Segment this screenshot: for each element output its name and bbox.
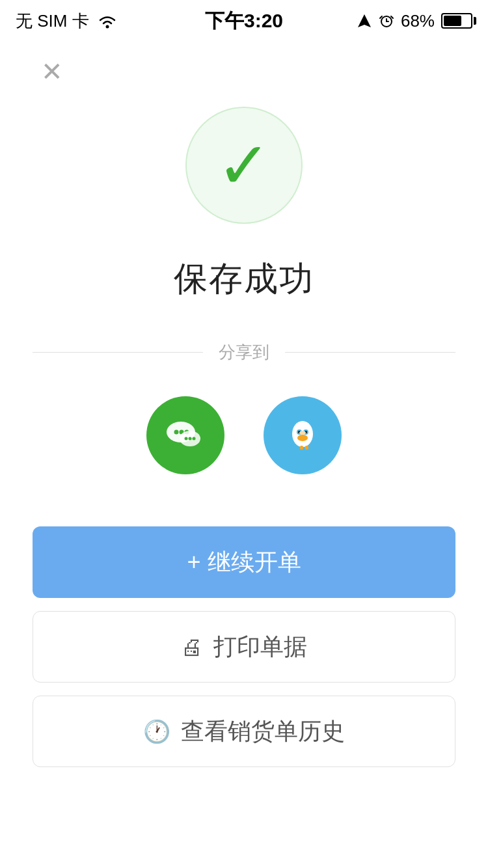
- no-sim-text: 无 SIM 卡: [16, 10, 89, 33]
- svg-point-5: [174, 430, 179, 435]
- print-label: 打印单据: [213, 631, 307, 663]
- status-time: 下午3:20: [205, 8, 283, 34]
- svg-point-11: [193, 437, 196, 441]
- qq-share-button[interactable]: [264, 396, 342, 474]
- checkmark-icon: ✓: [217, 133, 271, 198]
- share-icons: [146, 396, 342, 474]
- wechat-icon: [163, 413, 208, 458]
- history-button[interactable]: 🕐 查看销货单历史: [33, 696, 455, 767]
- svg-point-22: [299, 431, 306, 435]
- svg-point-10: [189, 437, 192, 441]
- qq-icon: [282, 414, 324, 457]
- alarm-icon: [379, 13, 394, 29]
- close-button[interactable]: ✕: [33, 52, 72, 91]
- wechat-share-button[interactable]: [146, 396, 224, 474]
- share-divider: 分享到: [0, 341, 488, 364]
- battery-fill: [444, 16, 461, 26]
- continue-button[interactable]: + 继续开单: [33, 526, 455, 598]
- print-icon: 🖨: [181, 634, 203, 660]
- success-title: 保存成功: [174, 256, 314, 302]
- print-button[interactable]: 🖨 打印单据: [33, 611, 455, 683]
- svg-point-19: [297, 435, 308, 441]
- status-left: 无 SIM 卡: [16, 10, 118, 33]
- battery-percent: 68%: [401, 11, 435, 31]
- svg-point-9: [185, 437, 188, 441]
- divider-right: [285, 352, 455, 353]
- success-circle: ✓: [185, 107, 303, 224]
- svg-rect-20: [300, 446, 303, 450]
- svg-point-0: [105, 25, 109, 29]
- wifi-icon: [97, 12, 118, 29]
- svg-rect-21: [305, 446, 308, 450]
- action-buttons: + 继续开单 🖨 打印单据 🕐 查看销货单历史: [0, 526, 488, 767]
- divider-left: [33, 352, 203, 353]
- share-label: 分享到: [203, 341, 285, 364]
- history-icon: 🕐: [143, 718, 170, 744]
- main-content: ✓ 保存成功 分享到: [0, 42, 488, 767]
- location-icon: [357, 13, 372, 29]
- status-bar: 无 SIM 卡 下午3:20 68%: [0, 0, 488, 42]
- close-icon: ✕: [41, 59, 63, 85]
- history-label: 查看销货单历史: [181, 716, 345, 748]
- battery-icon: [441, 13, 472, 29]
- status-right: 68%: [357, 11, 472, 31]
